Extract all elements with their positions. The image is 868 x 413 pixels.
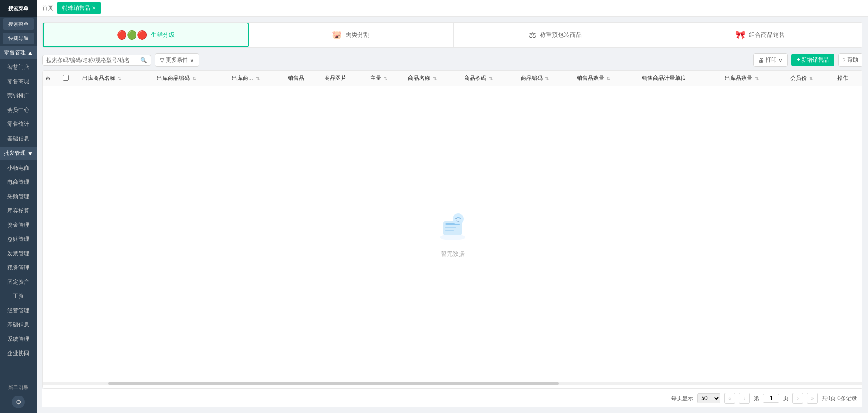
category-tab-meat[interactable]: 🐷 肉类分割	[249, 23, 453, 47]
search-icon: 🔍	[140, 57, 147, 63]
sidebar-logo: 搜索菜单	[0, 0, 37, 17]
col-sales-item[interactable]: 销售品	[285, 71, 322, 86]
col-out-spec[interactable]: 出库商… ⇅	[229, 71, 285, 86]
category-tabs: 🔴🟢🔴 生鲜分级 🐷 肉类分割 ⚖ 称重预包装商品 🎀 组合商品销售	[42, 22, 862, 48]
main-content: 首页 特殊销售品 ✕ 🔴🟢🔴 生鲜分级 🐷 肉类分割 ⚖ 称重预包装商品 🎀	[37, 0, 868, 413]
print-icon: 🖨	[758, 57, 764, 63]
gear-icon[interactable]: ⚙	[12, 396, 25, 408]
table-header-row: ⚙ 出库商品名称 ⇅ 出库商品编码 ⇅ 出库商… ⇅ 销售品 商品图片 主量 ⇅…	[43, 71, 862, 86]
empty-illustration	[434, 207, 471, 244]
sidebar-item-purchase-mgmt[interactable]: 采购管理	[0, 189, 37, 204]
sidebar-item-mini-ecommerce[interactable]: 小畅电商	[0, 161, 37, 175]
category-tab-combo[interactable]: 🎀 组合商品销售	[658, 23, 862, 47]
category-tab-meat-label: 肉类分割	[346, 31, 369, 39]
sidebar-quick-nav[interactable]: 快捷导航	[3, 33, 34, 44]
sidebar-item-fixed-assets[interactable]: 固定资产	[0, 275, 37, 289]
sidebar-item-retail-stats[interactable]: 零售统计	[0, 117, 37, 132]
sidebar: 搜索菜单 搜索菜单 快捷导航 零售管理 ▲ 智慧门店 零售商城 营销推广 会员中…	[0, 0, 37, 413]
per-page-select[interactable]: 50 100 200	[697, 393, 720, 403]
sidebar-section-retail[interactable]: 零售管理 ▲	[0, 46, 37, 59]
tab-close-icon[interactable]: ✕	[92, 6, 96, 11]
breadcrumb-home: 首页	[42, 4, 53, 12]
toolbar-left: 🔍 ▽ 更多条件 ∨	[42, 53, 199, 67]
col-sales-qty[interactable]: 销售品数量 ⇅	[574, 71, 639, 86]
sidebar-item-base-info[interactable]: 基础信息	[0, 132, 37, 146]
col-out-qty[interactable]: 出库品数量 ⇅	[722, 71, 787, 86]
col-checkbox[interactable]	[60, 71, 79, 86]
filter-label: 更多条件	[166, 56, 188, 64]
current-page-input[interactable]	[763, 394, 779, 403]
help-button[interactable]: ? 帮助	[838, 53, 862, 67]
horizontal-scrollbar[interactable]	[43, 382, 862, 385]
prev-page-btn[interactable]: ‹	[739, 393, 750, 404]
col-goods-name[interactable]: 商品名称 ⇅	[405, 71, 461, 86]
sidebar-item-salary[interactable]: 工资	[0, 289, 37, 304]
category-tab-weight-label: 称重预包装商品	[540, 31, 582, 39]
col-member-price[interactable]: 会员价 ⇅	[788, 71, 834, 86]
svg-point-6	[455, 218, 457, 219]
search-input[interactable]	[46, 57, 138, 63]
col-barcode[interactable]: 商品条码 ⇅	[461, 71, 517, 86]
weight-icon: ⚖	[529, 30, 536, 40]
sidebar-item-smart-store[interactable]: 智慧门店	[0, 60, 37, 75]
sidebar-item-basic-info2[interactable]: 基础信息	[0, 318, 37, 332]
col-image[interactable]: 商品图片	[322, 71, 368, 86]
sidebar-item-inventory[interactable]: 库存核算	[0, 204, 37, 218]
add-sales-button[interactable]: + 新增销售品	[791, 54, 834, 66]
sidebar-item-finance[interactable]: 资金管理	[0, 218, 37, 232]
add-label: + 新增销售品	[797, 56, 829, 64]
active-tab[interactable]: 特殊销售品 ✕	[57, 2, 101, 14]
col-out-name[interactable]: 出库商品名称 ⇅	[79, 71, 154, 86]
filter-icon: ▽	[160, 57, 164, 63]
sidebar-item-system-mgmt[interactable]: 系统管理	[0, 332, 37, 346]
pagination-bar: 每页显示 50 100 200 « ‹ 第 页 › » 共0页 0条记录	[42, 389, 862, 407]
help-label: 帮助	[847, 56, 858, 64]
col-setting[interactable]: ⚙	[43, 71, 60, 86]
per-page-label: 每页显示	[671, 395, 693, 402]
sidebar-item-general-ledger[interactable]: 总账管理	[0, 232, 37, 247]
col-goods-code[interactable]: 商品编码 ⇅	[518, 71, 574, 86]
sidebar-item-invoice[interactable]: 发票管理	[0, 247, 37, 261]
meat-icon: 🐷	[332, 30, 342, 40]
empty-state: 暂无数据	[43, 86, 862, 379]
last-page-btn[interactable]: »	[807, 393, 818, 404]
col-actions: 操作	[834, 71, 862, 86]
category-tab-weight[interactable]: ⚖ 称重预包装商品	[454, 23, 658, 47]
sidebar-bottom: 新手引导 ⚙	[0, 379, 37, 413]
col-sales-unit[interactable]: 销售商品计量单位	[639, 71, 722, 86]
sidebar-item-operations[interactable]: 经营管理	[0, 304, 37, 318]
sidebar-item-member-center[interactable]: 会员中心	[0, 103, 37, 117]
filter-button[interactable]: ▽ 更多条件 ∨	[155, 53, 199, 67]
help-icon: ?	[842, 57, 845, 63]
top-bar: 首页 特殊销售品 ✕	[37, 0, 868, 17]
svg-point-5	[453, 213, 464, 224]
svg-rect-4	[445, 230, 454, 231]
page-label-after: 页	[783, 395, 789, 402]
toolbar: 🔍 ▽ 更多条件 ∨ 🖨 打印 ∨ + 新增销售品 ?	[42, 53, 862, 67]
page-body: 🔴🟢🔴 生鲜分级 🐷 肉类分割 ⚖ 称重预包装商品 🎀 组合商品销售 🔍	[37, 17, 868, 413]
col-weight[interactable]: 主量 ⇅	[368, 71, 405, 86]
svg-point-0	[440, 235, 465, 240]
col-out-code[interactable]: 出库商品编码 ⇅	[154, 71, 228, 86]
sidebar-item-enterprise[interactable]: 企业协同	[0, 346, 37, 361]
sidebar-item-tax[interactable]: 税务管理	[0, 261, 37, 275]
sidebar-item-retail-mall[interactable]: 零售商城	[0, 75, 37, 89]
category-tab-fresh[interactable]: 🔴🟢🔴 生鲜分级	[43, 23, 249, 47]
sidebar-item-marketing[interactable]: 营销推广	[0, 89, 37, 103]
sidebar-item-ecommerce-mgmt[interactable]: 电商管理	[0, 175, 37, 189]
select-all-checkbox[interactable]	[63, 75, 69, 81]
print-button[interactable]: 🖨 打印 ∨	[753, 53, 788, 67]
table-container: ⚙ 出库商品名称 ⇅ 出库商品编码 ⇅ 出库商… ⇅ 销售品 商品图片 主量 ⇅…	[42, 70, 862, 389]
next-page-btn[interactable]: ›	[792, 393, 803, 404]
print-label: 打印	[766, 56, 777, 64]
search-box[interactable]: 🔍	[42, 55, 151, 66]
page-label-before: 第	[754, 395, 759, 402]
sidebar-search-btn[interactable]: 搜索菜单	[3, 18, 34, 30]
first-page-btn[interactable]: «	[724, 393, 735, 404]
scrollbar-thumb[interactable]	[108, 382, 559, 385]
sidebar-section-wholesale[interactable]: 批发管理 ▼	[0, 147, 37, 160]
sidebar-new-guide[interactable]: 新手引导	[3, 382, 34, 394]
svg-point-7	[459, 218, 460, 219]
print-chevron-icon: ∨	[778, 57, 783, 63]
svg-rect-3	[445, 227, 456, 228]
